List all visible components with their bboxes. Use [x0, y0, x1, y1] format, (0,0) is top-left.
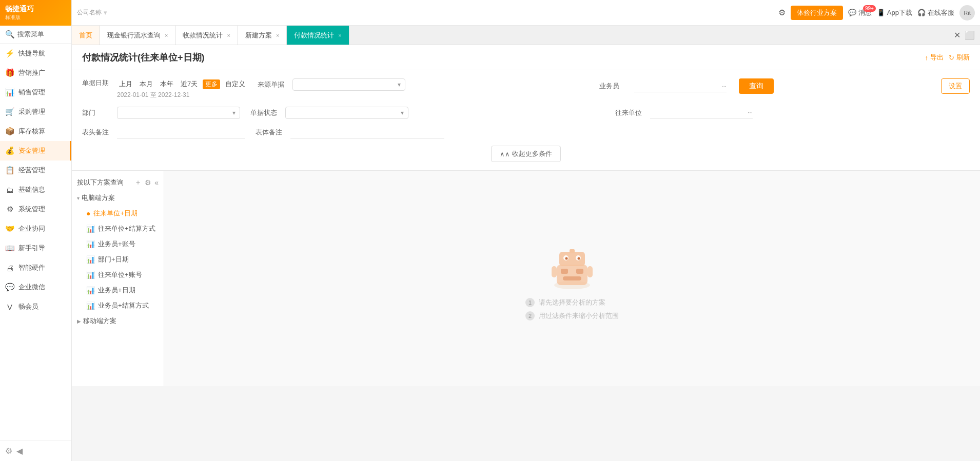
sidebar-header: 畅捷通巧 标准版 — [0, 0, 71, 26]
export-button[interactable]: ↑ 导出 — [925, 53, 944, 62]
date-opt-this-month[interactable]: 本月 — [138, 78, 155, 90]
scheme-collapse-icon[interactable]: « — [154, 178, 159, 187]
svg-rect-12 — [587, 266, 593, 277]
voucher-status-select[interactable]: ▾ — [285, 107, 408, 119]
filter-area: 单据日期 上月 本月 本年 近7天 更多 自定义 2022-01-01 至 20… — [72, 70, 980, 171]
main-content: 公司名称 ▾ ⚙ 体验行业方案 💬 消息 99+ 📱 App下载 🎧 在线客服 … — [72, 0, 980, 461]
sidebar-item-sales[interactable]: 📊 销售管理 — [0, 83, 71, 102]
scheme-panel: 按以下方案查询 ＋ ⚙ « ▾ 电脑端方案 ● 往来单位+日期 — [72, 171, 164, 386]
tab-new-scheme-label: 新建方案 — [245, 31, 272, 40]
settings-icon[interactable]: ⚙ — [5, 446, 12, 456]
main-body: 按以下方案查询 ＋ ⚙ « ▾ 电脑端方案 ● 往来单位+日期 — [72, 171, 980, 386]
sidebar-item-inventory[interactable]: 📦 库存核算 — [0, 122, 71, 141]
collapse-icon[interactable]: ◀ — [16, 446, 23, 456]
app-download-button[interactable]: 📱 App下载 — [877, 8, 912, 17]
dept-filter: 部门 ▾ — [82, 107, 240, 119]
source-select[interactable]: ▾ — [292, 78, 405, 91]
sidebar-item-search[interactable]: 🔍 搜索菜单 — [0, 26, 71, 44]
date-opt-this-year[interactable]: 本年 — [158, 78, 175, 90]
sidebar-item-shortcut[interactable]: ⚡ 快捷导航 — [0, 44, 71, 63]
scheme-settings-icon[interactable]: ⚙ — [145, 178, 151, 187]
content-area: 付款情况统计(往来单位+日期) ↑ 导出 ↻ 刷新 单据日期 — [72, 45, 980, 461]
flash-icon: ⚡ — [5, 49, 14, 58]
vip-icon: V — [5, 302, 14, 311]
message-icon: 💬 — [848, 9, 856, 16]
tabbar: 首页 现金银行流水查询 × 收款情况统计 × 新建方案 × 付款情况统计 × ✕… — [72, 26, 980, 45]
tab-new-scheme-close[interactable]: × — [276, 32, 279, 38]
scheme-item-partner-date[interactable]: ● 往来单位+日期 — [72, 206, 164, 221]
date-filter: 单据日期 上月 本月 本年 近7天 更多 自定义 2022-01-01 至 20… — [82, 78, 247, 99]
scheme-group-arrow-icon: ▾ — [77, 195, 80, 201]
body-note-input[interactable] — [290, 126, 444, 138]
search-icon: 🔍 — [5, 30, 14, 39]
sidebar-item-member[interactable]: V 畅会员 — [0, 297, 71, 316]
scheme-item-salesman-account[interactable]: 📊 业务员+账号 — [72, 236, 164, 252]
message-button[interactable]: 💬 消息 99+ — [848, 8, 872, 17]
sidebar-item-wechat[interactable]: 💬 企业微信 — [0, 277, 71, 297]
money-icon: 💰 — [5, 146, 14, 155]
date-range-text: 2022-01-01 至 2022-12-31 — [117, 91, 247, 99]
scheme-group-desktop-header[interactable]: ▾ 电脑端方案 — [72, 190, 164, 206]
settings-button[interactable]: 设置 — [941, 78, 970, 94]
date-opt-last-month[interactable]: 上月 — [117, 78, 134, 90]
sidebar-item-enterprise[interactable]: 🤝 企业协同 — [0, 219, 71, 238]
close-window-icon[interactable]: ✕ — [954, 30, 961, 40]
sidebar-item-basic[interactable]: 🗂 基础信息 — [0, 180, 71, 199]
body-note-filter: 表体备注 — [256, 126, 970, 138]
add-scheme-icon[interactable]: ＋ — [134, 178, 142, 187]
tab-new-scheme[interactable]: 新建方案 × — [238, 26, 287, 45]
collapse-button[interactable]: ∧∧ 收起更多条件 — [491, 146, 561, 162]
salesperson-input[interactable]: ··· — [634, 81, 727, 92]
tab-receipt-stat-close[interactable]: × — [227, 32, 230, 38]
folder-icon: 🗂 — [5, 185, 14, 194]
book-icon: 📖 — [5, 244, 14, 253]
sidebar-item-system[interactable]: ⚙ 系统管理 — [0, 199, 71, 219]
scheme-item-partner-settle[interactable]: 📊 往来单位+结算方式 — [72, 221, 164, 236]
refresh-button[interactable]: ↻ 刷新 — [949, 53, 970, 62]
header-note-filter: 表头备注 — [82, 126, 245, 138]
date-opt-custom[interactable]: 自定义 — [223, 78, 247, 90]
filter-row-1: 单据日期 上月 本月 本年 近7天 更多 自定义 2022-01-01 至 20… — [82, 78, 970, 99]
page-header: 付款情况统计(往来单位+日期) ↑ 导出 ↻ 刷新 — [72, 45, 980, 70]
sidebar-item-guide[interactable]: 📖 新手引导 — [0, 238, 71, 258]
sidebar-item-marketing[interactable]: 🎁 营销推广 — [0, 63, 71, 83]
result-area: 1 请先选择要分析的方案 2 用过滤条件来缩小分析范围 — [164, 171, 980, 386]
scheme-item-salesman-settle[interactable]: 📊 业务员+结算方式 — [72, 298, 164, 313]
scheme-item-dept-date[interactable]: 📊 部门+日期 — [72, 252, 164, 267]
scheme-item-salesman-date[interactable]: 📊 业务员+日期 — [72, 283, 164, 298]
date-opt-7days[interactable]: 近7天 — [179, 78, 200, 90]
salesperson-label: 业务员 — [599, 82, 630, 91]
scheme-item-icon-5: 📊 — [86, 286, 95, 294]
scheme-item-partner-account[interactable]: 📊 往来单位+账号 — [72, 267, 164, 283]
gift-icon: 🎁 — [5, 68, 14, 77]
dept-dropdown-arrow: ▾ — [232, 109, 236, 116]
dept-select[interactable]: ▾ — [117, 107, 240, 119]
clipboard-icon: 📋 — [5, 166, 14, 175]
tab-receipt-stat[interactable]: 收款情况统计 × — [175, 26, 238, 45]
header-note-input[interactable] — [117, 126, 245, 138]
maximize-icon[interactable]: ⬜ — [965, 30, 975, 40]
scheme-group-mobile-header[interactable]: ▶ 移动端方案 — [72, 313, 164, 329]
query-button[interactable]: 查询 — [739, 78, 774, 94]
scheme-panel-title: 按以下方案查询 — [77, 178, 131, 187]
online-service-button[interactable]: 🎧 在线客服 — [917, 8, 954, 17]
tab-cash-flow[interactable]: 现金银行流水查询 × — [100, 26, 175, 45]
sidebar-item-purchase[interactable]: 🛒 采购管理 — [0, 102, 71, 122]
trial-button[interactable]: 体验行业方案 — [791, 6, 843, 20]
tab-cash-flow-close[interactable]: × — [165, 32, 168, 38]
user-avatar[interactable]: Rit — [959, 5, 975, 21]
tab-payment-stat[interactable]: 付款情况统计 × — [287, 26, 349, 45]
sidebar-item-finance[interactable]: 💰 资金管理 — [0, 141, 71, 161]
date-opt-more[interactable]: 更多 — [203, 79, 220, 89]
tab-payment-stat-close[interactable]: × — [338, 32, 341, 38]
partner-input[interactable]: ··· — [650, 107, 753, 118]
svg-rect-1 — [557, 265, 587, 285]
scheme-panel-header: 按以下方案查询 ＋ ⚙ « — [72, 175, 164, 190]
sidebar-logo: 畅捷通巧 标准版 — [5, 5, 34, 21]
sidebar-item-hardware[interactable]: 🖨 智能硬件 — [0, 258, 71, 277]
collapse-area: ∧∧ 收起更多条件 — [82, 146, 970, 162]
tab-home[interactable]: 首页 — [72, 26, 100, 45]
settings-button[interactable]: ⚙ — [778, 8, 786, 17]
tab-cash-flow-label: 现金银行流水查询 — [107, 31, 161, 40]
sidebar-item-operation[interactable]: 📋 经营管理 — [0, 161, 71, 180]
